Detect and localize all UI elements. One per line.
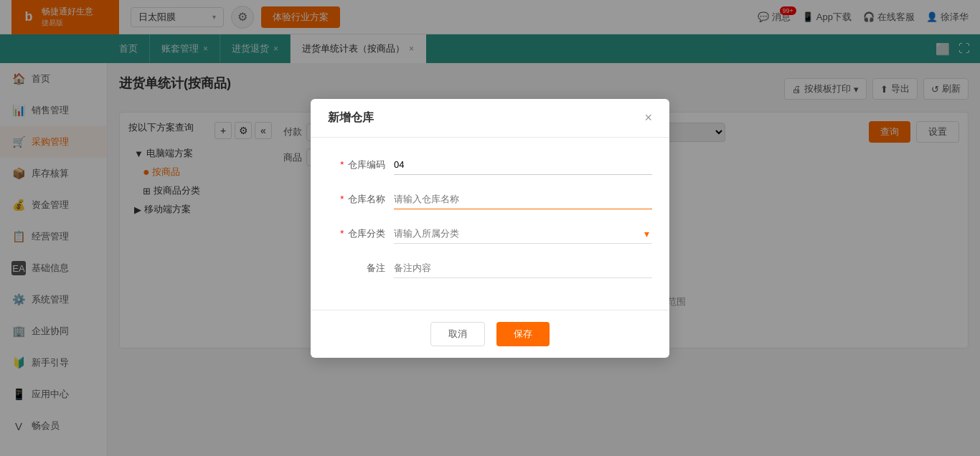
add-warehouse-modal: 新增仓库 × * 仓库编码 * 仓库名称	[311, 99, 669, 358]
remark-label: 备注	[328, 262, 385, 275]
required-star: *	[340, 159, 344, 170]
form-row-code: * 仓库编码	[328, 155, 652, 175]
modal-footer: 取消 保存	[311, 310, 669, 358]
warehouse-category-wrapper: ▾	[394, 224, 652, 244]
remark-input[interactable]	[394, 258, 652, 278]
save-button[interactable]: 保存	[496, 322, 550, 346]
warehouse-name-input[interactable]	[394, 189, 652, 209]
form-row-remark: 备注	[328, 258, 652, 278]
modal-title: 新增仓库	[328, 110, 374, 125]
cancel-button[interactable]: 取消	[430, 322, 485, 346]
modal-body: * 仓库编码 * 仓库名称 * 仓库分类	[311, 138, 669, 310]
modal-close-button[interactable]: ×	[644, 111, 652, 124]
warehouse-category-label: * 仓库分类	[328, 227, 385, 240]
modal-overlay[interactable]: 新增仓库 × * 仓库编码 * 仓库名称	[0, 0, 980, 456]
form-row-category: * 仓库分类 ▾	[328, 224, 652, 244]
required-star-name: *	[340, 194, 344, 204]
warehouse-category-input[interactable]	[394, 224, 652, 244]
modal-header: 新增仓库 ×	[311, 99, 669, 138]
required-star-category: *	[340, 228, 344, 239]
form-row-name: * 仓库名称	[328, 189, 652, 209]
warehouse-code-label: * 仓库编码	[328, 158, 385, 171]
warehouse-name-label: * 仓库名称	[328, 193, 385, 206]
warehouse-code-input[interactable]	[394, 155, 652, 175]
